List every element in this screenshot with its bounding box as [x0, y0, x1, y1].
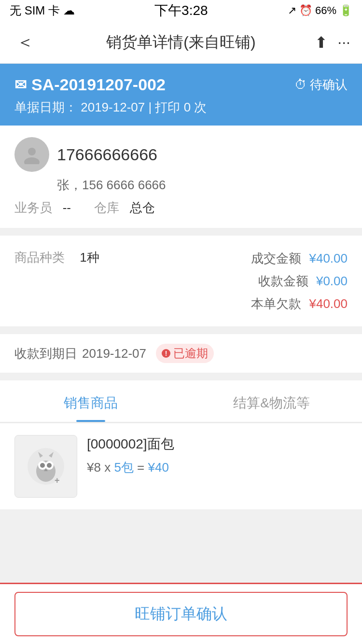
status-time: 下午3:28 [154, 1, 208, 20]
footer: 旺铺订单确认 [0, 583, 362, 644]
svg-point-7 [47, 463, 52, 468]
received-row: 收款金额 ¥0.00 [251, 270, 348, 293]
svg-point-0 [28, 148, 36, 155]
received-value: ¥0.00 [316, 270, 348, 293]
date-label: 单据日期： [14, 100, 77, 114]
order-date: 单据日期： 2019-12-07 | 打印 0 次 [14, 99, 348, 116]
customer-row: 17666666666 [14, 137, 348, 172]
amount-row: 成交金额 ¥40.00 [251, 247, 348, 270]
customer-phone: 17666666666 [57, 145, 157, 164]
more-button[interactable]: ··· [337, 33, 350, 51]
nav-actions: ⬆ ··· [315, 33, 350, 52]
tab-sales[interactable]: 销售商品 [0, 380, 181, 422]
received-label: 收款金额 [258, 270, 308, 293]
alarm-icon: ⏰ [299, 4, 312, 17]
multiply-symbol: x [104, 460, 114, 475]
product-type: 商品种类 1种 [14, 247, 111, 266]
due-date-card: 收款到期日 2019-12-07 ! 已逾期 [0, 334, 362, 373]
overdue-icon: ! [162, 349, 170, 358]
warehouse-label: 仓库 [94, 200, 119, 215]
equals-symbol: = [137, 460, 148, 475]
customer-name: 张，156 6666 6666 [14, 177, 348, 194]
order-icon: ✉ [14, 76, 27, 93]
svg-text:+: + [55, 476, 60, 485]
product-item: + [0000002]面包 ¥8 x 5包 = ¥40 [14, 435, 348, 498]
svg-point-6 [40, 463, 45, 468]
overdue-badge: ! 已逾期 [156, 344, 214, 363]
order-status: ⏱ 待确认 [294, 76, 348, 93]
product-info: [0000002]面包 ¥8 x 5包 = ¥40 [87, 435, 348, 476]
customer-info-card: 17666666666 张，156 6666 6666 业务员 -- 仓库 总仓 [0, 126, 362, 228]
order-number-text: SA-20191207-002 [31, 75, 166, 94]
print-info: | 打印 0 次 [148, 100, 207, 114]
back-button[interactable]: ＜ [12, 26, 39, 59]
product-type-label: 商品种类 [14, 249, 65, 266]
date-value: 2019-12-07 [81, 100, 145, 114]
amounts: 成交金额 ¥40.00 收款金额 ¥0.00 本单欠款 ¥40.00 [251, 247, 348, 315]
avatar [14, 137, 49, 172]
owed-value: ¥40.00 [309, 293, 348, 315]
svg-point-1 [24, 157, 40, 164]
product-price: ¥8 [87, 460, 101, 475]
page-title: 销货单详情(来自旺铺) [106, 32, 255, 53]
status-text: 待确认 [310, 76, 348, 93]
staff-value: -- [63, 200, 71, 215]
confirm-button[interactable]: 旺铺订单确认 [14, 592, 348, 636]
status-right: ↗ ⏰ 66% 🔋 [288, 4, 352, 17]
order-number: ✉ SA-20191207-002 [14, 75, 166, 94]
battery-text: 66% [315, 4, 336, 17]
product-type-value: 1种 [80, 249, 99, 266]
location-icon: ↗ [288, 4, 296, 17]
due-date-label: 收款到期日 [14, 345, 77, 362]
product-total: ¥40 [148, 460, 169, 475]
tab-settlement[interactable]: 结算&物流等 [181, 380, 362, 422]
tabs-container: 销售商品 结算&物流等 [0, 380, 362, 422]
tab-sales-label: 销售商品 [64, 395, 118, 410]
product-name: [0000002]面包 [87, 435, 348, 453]
due-date-value: 2019-12-07 [82, 346, 146, 361]
summary-card: 商品种类 1种 成交金额 ¥40.00 收款金额 ¥0.00 本单欠款 ¥40.… [0, 236, 362, 326]
staff-warehouse-row: 业务员 -- 仓库 总仓 [14, 199, 348, 216]
product-calc: ¥8 x 5包 = ¥40 [87, 459, 348, 476]
status-left: 无 SIM 卡 ☁ [10, 3, 75, 18]
owed-row: 本单欠款 ¥40.00 [251, 293, 348, 315]
product-image: + [14, 435, 77, 498]
nav-bar: ＜ 销货单详情(来自旺铺) ⬆ ··· [0, 21, 362, 64]
share-button[interactable]: ⬆ [315, 33, 328, 52]
no-sim-text: 无 SIM 卡 ☁ [10, 3, 75, 18]
status-bar: 无 SIM 卡 ☁ 下午3:28 ↗ ⏰ 66% 🔋 [0, 0, 362, 21]
tab-settlement-label: 结算&物流等 [233, 395, 310, 410]
staff-label: 业务员 [14, 200, 52, 215]
product-section: + [0000002]面包 ¥8 x 5包 = ¥40 [0, 423, 362, 509]
owed-label: 本单欠款 [251, 293, 301, 315]
amount-value: ¥40.00 [309, 247, 348, 270]
clock-icon: ⏱ [294, 77, 307, 92]
warehouse-value: 总仓 [130, 200, 155, 215]
amount-label: 成交金额 [251, 247, 301, 270]
header-card: ✉ SA-20191207-002 ⏱ 待确认 单据日期： 2019-12-07… [0, 64, 362, 126]
battery-icon: 🔋 [339, 4, 352, 17]
overdue-text: 已逾期 [173, 346, 208, 361]
product-quantity: 5包 [114, 460, 133, 475]
